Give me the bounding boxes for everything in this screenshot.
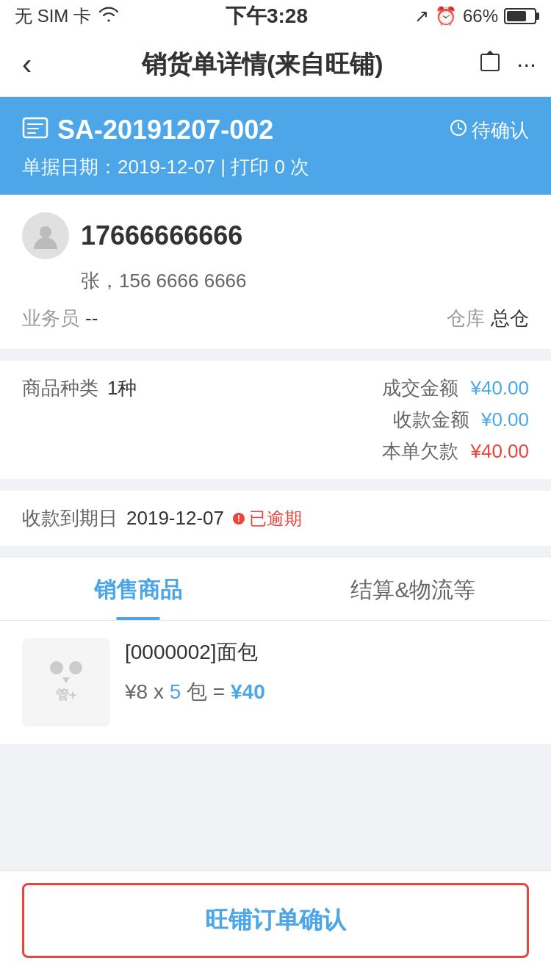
product-type: 商品种类 1种 xyxy=(22,375,382,401)
svg-rect-0 xyxy=(481,54,499,71)
alarm-icon: ⏰ xyxy=(435,6,457,26)
order-id-row: SA-20191207-002 待确认 xyxy=(22,115,529,145)
back-button[interactable]: ‹ xyxy=(15,40,39,88)
order-header: SA-20191207-002 待确认 单据日期：2019-12-07 | 打印… xyxy=(0,97,551,195)
clock-icon xyxy=(450,119,467,142)
status-time: 下午3:28 xyxy=(226,2,308,30)
product-price-row: ¥8 x 5 包 = ¥40 xyxy=(125,678,529,706)
wifi-icon xyxy=(98,6,119,26)
avatar xyxy=(22,212,69,259)
owl-logo: 管+ xyxy=(50,661,82,704)
customer-phone: 17666666666 xyxy=(81,220,242,251)
tabs-row: 销售商品 结算&物流等 xyxy=(0,558,551,621)
customer-section: 17666666666 张，156 6666 6666 业务员 -- 仓库 总仓 xyxy=(0,195,551,349)
share-icon[interactable] xyxy=(478,50,502,79)
order-status: 待确认 xyxy=(450,118,529,143)
carrier-text: 无 SIM 卡 xyxy=(15,4,91,28)
product-info: [0000002]面包 ¥8 x 5 包 = ¥40 xyxy=(125,638,529,706)
bottom-bar: 旺铺订单确认 xyxy=(0,871,551,980)
status-right: ↗ ⏰ 66% xyxy=(414,6,536,26)
overdue-badge: ! 已逾期 xyxy=(233,507,302,530)
confirm-order-button[interactable]: 旺铺订单确认 xyxy=(22,883,529,958)
tabs-section: 销售商品 结算&物流等 xyxy=(0,558,551,621)
svg-point-3 xyxy=(40,226,51,238)
tab-sales-products[interactable]: 销售商品 xyxy=(0,558,276,620)
customer-name: 张，156 6666 6666 xyxy=(22,268,529,294)
overdue-icon: ! xyxy=(233,513,245,525)
order-date-info: 单据日期：2019-12-07 | 打印 0 次 xyxy=(22,154,529,180)
deal-amount-row: 成交金额 ¥40.00 xyxy=(382,375,529,401)
sales-info: 业务员 -- xyxy=(22,306,98,331)
received-amount-row: 收款金额 ¥0.00 xyxy=(393,407,529,433)
amounts: 成交金额 ¥40.00 收款金额 ¥0.00 本单欠款 ¥40.00 xyxy=(382,375,529,464)
battery-icon xyxy=(504,8,536,24)
nav-bar: ‹ 销货单详情(来自旺铺) ··· xyxy=(0,32,551,97)
location-icon: ↗ xyxy=(414,6,429,26)
overdue-text: 已逾期 xyxy=(249,507,302,530)
tab-settlement[interactable]: 结算&物流等 xyxy=(276,558,551,620)
customer-row: 17666666666 xyxy=(22,212,529,259)
product-name: [0000002]面包 xyxy=(125,638,529,666)
product-thumbnail: 管+ xyxy=(22,638,110,727)
order-icon xyxy=(22,115,48,145)
product-section: 管+ [0000002]面包 ¥8 x 5 包 = ¥40 xyxy=(0,621,551,744)
summary-section: 商品种类 1种 成交金额 ¥40.00 收款金额 ¥0.00 本单欠款 ¥40.… xyxy=(0,361,551,479)
page-title: 销货单详情(来自旺铺) xyxy=(46,48,478,82)
battery-percent: 66% xyxy=(463,6,498,26)
customer-meta: 业务员 -- 仓库 总仓 xyxy=(22,306,529,331)
status-left: 无 SIM 卡 xyxy=(15,4,119,28)
nav-actions: ··· xyxy=(478,50,536,79)
more-icon[interactable]: ··· xyxy=(516,51,536,78)
due-section: 收款到期日 2019-12-07 ! 已逾期 xyxy=(0,491,551,546)
status-bar: 无 SIM 卡 下午3:28 ↗ ⏰ 66% xyxy=(0,0,551,32)
warehouse-info: 仓库 总仓 xyxy=(447,306,529,331)
owed-amount-row: 本单欠款 ¥40.00 xyxy=(382,439,529,464)
order-id: SA-20191207-002 xyxy=(22,115,273,145)
